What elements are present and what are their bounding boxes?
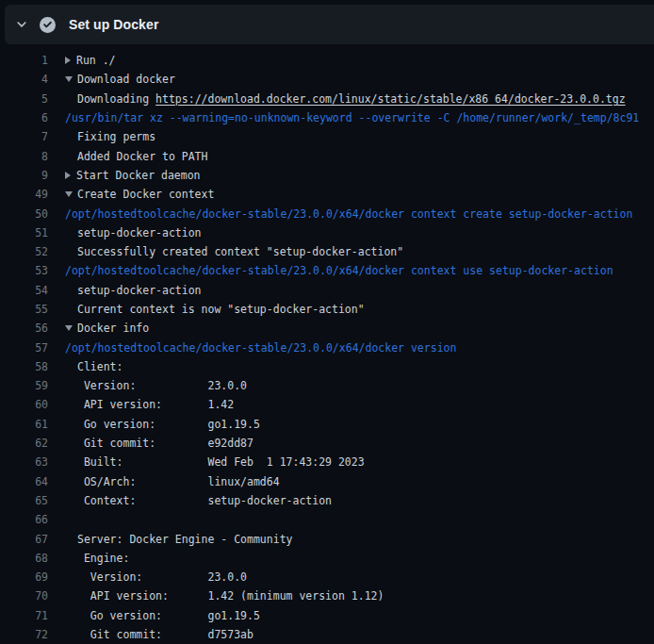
line-content: Docker info: [65, 322, 149, 335]
line-number[interactable]: 70: [0, 589, 48, 603]
chevron-down-icon: [16, 19, 27, 30]
line-number[interactable]: 58: [0, 360, 48, 373]
line-content: Git commit: d7573ab: [77, 628, 253, 641]
line-number[interactable]: 67: [0, 533, 48, 546]
line-content: Engine:: [77, 552, 129, 565]
line-content: Added Docker to PATH: [77, 150, 207, 163]
log-line: 62 Git commit: e92dd87: [0, 434, 654, 453]
line-text: Run ./: [76, 54, 116, 67]
line-text: /opt/hostedtoolcache/docker-stable/23.0.…: [65, 264, 613, 277]
line-number[interactable]: 60: [0, 398, 48, 411]
line-text: API version: 1.42: [77, 398, 234, 411]
line-number[interactable]: 64: [0, 475, 48, 488]
line-text: /opt/hostedtoolcache/docker-stable/23.0.…: [65, 207, 632, 221]
log-line: 7Fixing perms: [0, 127, 654, 146]
group-row[interactable]: 49Create Docker context: [0, 185, 654, 204]
log-line: 61 Go version: go1.19.5: [0, 415, 654, 434]
log-viewer: 1Run ./4Download docker5Downloading http…: [0, 44, 654, 644]
log-line: 53/opt/hostedtoolcache/docker-stable/23.…: [0, 261, 654, 280]
line-content: Downloading https://download.docker.com/…: [77, 92, 626, 106]
group-row[interactable]: 1Run ./: [0, 51, 654, 70]
line-text: OS/Arch: linux/amd64: [77, 475, 280, 488]
step-header[interactable]: Set up Docker: [5, 5, 654, 44]
triangle-down-icon: [65, 191, 73, 197]
line-content: API version: 1.42: [77, 398, 234, 411]
log-line: 52Successfully created context "setup-do…: [0, 242, 654, 261]
line-content: /usr/bin/tar xz --warning=no-unknown-key…: [65, 111, 639, 124]
line-text: Git commit: e92dd87: [77, 437, 253, 450]
line-number[interactable]: 61: [0, 418, 48, 431]
line-number[interactable]: 5: [0, 92, 48, 106]
line-text: Server: Docker Engine - Community: [77, 533, 292, 546]
line-number[interactable]: 7: [0, 130, 48, 143]
line-content: Server: Docker Engine - Community: [77, 533, 292, 546]
line-number[interactable]: 62: [0, 437, 48, 450]
line-content: Successfully created context "setup-dock…: [77, 245, 403, 258]
line-number[interactable]: 51: [0, 226, 48, 239]
log-line: 58Client:: [0, 357, 654, 376]
line-text: setup-docker-action: [77, 284, 202, 297]
group-row[interactable]: 4Download docker: [0, 70, 654, 89]
line-text: Go version: go1.19.5: [77, 418, 260, 431]
line-text: Docker info: [77, 322, 149, 335]
line-number[interactable]: 71: [0, 609, 48, 622]
log-line: 5Downloading https://download.docker.com…: [0, 90, 654, 108]
line-number[interactable]: 69: [0, 570, 48, 584]
line-number[interactable]: 9: [0, 169, 48, 182]
line-text: Fixing perms: [77, 130, 155, 143]
line-content: Go version: go1.19.5: [77, 609, 260, 622]
line-number[interactable]: 59: [0, 379, 48, 392]
log-line: 65 Context: setup-docker-action: [0, 491, 654, 510]
line-text: Git commit: d7573ab: [77, 628, 253, 641]
log-line: 67Server: Docker Engine - Community: [0, 529, 654, 548]
line-number[interactable]: 63: [0, 455, 48, 469]
group-row[interactable]: 9Start Docker daemon: [0, 166, 654, 185]
log-line: 51setup-docker-action: [0, 223, 654, 242]
line-text: Context: setup-docker-action: [77, 494, 332, 507]
line-number[interactable]: 68: [0, 552, 48, 565]
line-content: /opt/hostedtoolcache/docker-stable/23.0.…: [65, 207, 632, 221]
line-text: Current context is now "setup-docker-act…: [77, 303, 365, 316]
line-number[interactable]: 65: [0, 494, 48, 507]
line-number[interactable]: 52: [0, 245, 48, 258]
line-text: Added Docker to PATH: [77, 150, 207, 163]
line-content: Go version: go1.19.5: [77, 418, 260, 431]
line-text: Built: Wed Feb 1 17:43:29 2023: [77, 455, 365, 469]
line-content: /opt/hostedtoolcache/docker-stable/23.0.…: [65, 264, 613, 277]
log-line: 55Current context is now "setup-docker-a…: [0, 300, 654, 319]
line-text: Version: 23.0.0: [77, 379, 247, 392]
group-row[interactable]: 56Docker info: [0, 319, 654, 338]
line-text: Downloading: [77, 92, 155, 106]
line-number[interactable]: 54: [0, 284, 48, 297]
line-number[interactable]: 8: [0, 150, 48, 163]
line-text: Version: 23.0.0: [77, 570, 247, 584]
log-line: 59 Version: 23.0.0: [0, 376, 654, 395]
log-line: 6/usr/bin/tar xz --warning=no-unknown-ke…: [0, 108, 654, 127]
triangle-down-icon: [65, 325, 73, 331]
log-line: 70 API version: 1.42 (minimum version 1.…: [0, 586, 654, 605]
line-number[interactable]: 72: [0, 628, 48, 641]
line-number[interactable]: 57: [0, 341, 48, 355]
line-number[interactable]: 49: [0, 188, 48, 201]
line-text: API version: 1.42 (minimum version 1.12): [77, 589, 384, 603]
step-title: Set up Docker: [69, 17, 158, 32]
line-number[interactable]: 56: [0, 322, 48, 335]
line-content: OS/Arch: linux/amd64: [77, 475, 280, 488]
log-line: 60 API version: 1.42: [0, 395, 654, 414]
line-number[interactable]: 53: [0, 264, 48, 277]
log-link[interactable]: https://download.docker.com/linux/static…: [155, 92, 626, 106]
line-number[interactable]: 4: [0, 73, 48, 86]
line-number[interactable]: 1: [0, 54, 48, 67]
line-text: /usr/bin/tar xz --warning=no-unknown-key…: [65, 111, 639, 124]
log-line: 63 Built: Wed Feb 1 17:43:29 2023: [0, 453, 654, 471]
line-number[interactable]: 66: [0, 513, 48, 526]
line-number[interactable]: 6: [0, 111, 48, 124]
line-content: setup-docker-action: [77, 226, 202, 239]
line-text: Engine:: [77, 552, 129, 565]
line-number[interactable]: 50: [0, 207, 48, 221]
line-content: Git commit: e92dd87: [77, 437, 253, 450]
line-number[interactable]: 55: [0, 303, 48, 316]
triangle-down-icon: [65, 76, 73, 82]
log-line: 64 OS/Arch: linux/amd64: [0, 472, 654, 491]
line-text: Download docker: [77, 73, 175, 86]
